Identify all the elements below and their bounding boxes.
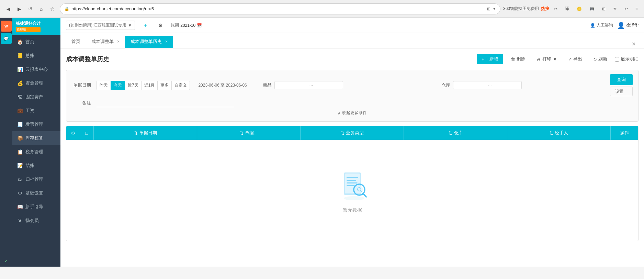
nav-item-guide[interactable]: 📖 新手引导 [12, 200, 60, 214]
translate-btn[interactable]: 译 [562, 4, 572, 13]
nav-icon-funds: 💰 [17, 80, 23, 86]
nav-item-settings[interactable]: ⚙ 基础设置 [12, 186, 60, 200]
tab-home[interactable]: 首页 [66, 36, 86, 48]
tab-cost-adjust[interactable]: 成本调整单 × [86, 36, 125, 48]
support-icon: 👤 [590, 23, 595, 28]
back-button[interactable]: ◀ [3, 4, 13, 14]
star-button[interactable]: ☆ [47, 4, 57, 14]
date-btn-custom[interactable]: 自定义 [171, 81, 190, 90]
query-btn[interactable]: 查询 [610, 74, 633, 85]
collapse-btn[interactable]: ∧ 收起更多条件 [72, 110, 633, 116]
logo-badge: 旗舰版 [16, 27, 41, 32]
home-button[interactable]: ⌂ [36, 4, 46, 14]
date-btn-today-label: 今天 [114, 83, 122, 88]
menu-btn[interactable]: ≡ [633, 5, 641, 13]
nav-label-settings: 基础设置 [25, 190, 43, 196]
warehouse-dots[interactable]: ··· [488, 83, 519, 88]
delete-btn[interactable]: 🗑 删除 [507, 54, 529, 64]
undo-btn[interactable]: ↩ [622, 5, 631, 13]
company-dropdown-icon: ▼ [128, 23, 132, 28]
nav-item-archive[interactable]: 🗂 归档管理 [12, 172, 60, 186]
svg-point-8 [355, 186, 363, 193]
goods-selector[interactable]: ··· [274, 81, 343, 89]
nav-item-invoice[interactable]: 🧾 发票管理 [12, 118, 60, 131]
delete-label: 删除 [517, 56, 526, 62]
nav-icon-member: V [17, 218, 23, 223]
refresh-label: 刷新 [598, 56, 607, 62]
user-avatar-icon: 👤 [617, 22, 625, 29]
date-btn-more[interactable]: 更多 [157, 81, 171, 90]
svg-rect-4 [347, 180, 356, 181]
nav-item-member[interactable]: V 畅会员 [12, 214, 60, 227]
company-name: (勿删勿禁用) 江西服宝测试专用 [69, 22, 126, 28]
nav-item-funds[interactable]: 💰 资金管理 [12, 76, 60, 90]
nav-item-home[interactable]: 🏠 首页 [12, 35, 60, 49]
content-tabs: 首页 成本调整单 × 成本调整单历史 × ✕ [60, 33, 644, 48]
empty-state: 暂无数据 [66, 140, 638, 241]
th-biz-type[interactable]: ⇅ 业务类型 [301, 126, 404, 140]
goods-dots[interactable]: ··· [309, 83, 340, 88]
display-detail-input[interactable] [615, 57, 619, 62]
address-bar[interactable]: 🔒 https://cloud.chanjet.com/accounting/u… [60, 3, 500, 14]
icon-sidebar-chat[interactable]: 💬 [1, 33, 12, 44]
display-detail-checkbox[interactable]: 显示明细 [615, 56, 639, 62]
th-operations: 操作 [611, 126, 638, 140]
company-settings-btn[interactable]: ⚙ [156, 21, 165, 30]
th-settings[interactable]: ⚙ [66, 126, 80, 140]
th-checkbox[interactable]: □ [80, 126, 94, 140]
th-handler[interactable]: ⇅ 经手人 [507, 126, 611, 140]
date-btn-week[interactable]: 近7天 [125, 81, 141, 90]
th-warehouse[interactable]: ⇅ 仓库 [404, 126, 507, 140]
filter-row-date: 单据日期 昨天 今天 近7天 近1月 [72, 74, 633, 96]
sun-btn[interactable]: ☀ [610, 5, 620, 13]
nav-label-archive: 归档管理 [25, 176, 43, 182]
date-btn-yesterday[interactable]: 昨天 [97, 81, 111, 90]
calendar-icon[interactable]: 📅 [197, 23, 202, 28]
support-btn[interactable]: 👤 人工咨询 [590, 22, 613, 28]
icon-sidebar-weibo[interactable]: W [1, 21, 12, 32]
tab-cost-adjust-history[interactable]: 成本调整单历史 × [125, 36, 173, 48]
filter-settings-label: 设置 [615, 89, 623, 94]
add-company-btn[interactable]: + [140, 21, 150, 30]
nav-item-inventory[interactable]: 📦 库存核算 [12, 131, 60, 145]
export-btn[interactable]: ↗ 导出 [565, 54, 586, 64]
coin-btn[interactable]: 🪙 [574, 5, 585, 13]
page-title: 成本调整单历史 [66, 55, 477, 63]
window-close-btn[interactable]: ✕ [629, 40, 639, 48]
th-date[interactable]: ⇅ 单据日期 [94, 126, 197, 140]
svg-line-9 [363, 193, 366, 197]
forward-button[interactable]: ▶ [14, 4, 24, 14]
new-btn[interactable]: + + 新增 [477, 54, 503, 64]
remark-input[interactable] [97, 99, 234, 107]
filter-settings-btn[interactable]: 设置 [610, 87, 633, 96]
nav-label-guide: 新手引导 [25, 204, 43, 210]
th-number[interactable]: ⇅ 单据... [197, 126, 301, 140]
date-btn-month[interactable]: 近1月 [141, 81, 158, 90]
nav-item-close[interactable]: 📝 结账 [12, 159, 60, 172]
tab-cost-adjust-close[interactable]: × [117, 39, 120, 44]
warehouse-selector[interactable]: ··· [453, 81, 522, 89]
company-selector[interactable]: (勿删勿禁用) 江西服宝测试专用 ▼ [66, 21, 135, 30]
icon-sidebar-bottom[interactable]: ✓ [1, 256, 12, 267]
nav-label-funds: 资金管理 [25, 80, 43, 86]
user-info[interactable]: 👤 徐泽华 [617, 22, 639, 29]
nav-item-reports[interactable]: 📊 云报表中心 [12, 63, 60, 76]
nav-item-ledger[interactable]: 📒 总账 [12, 49, 60, 63]
nav-item-tax[interactable]: 📋 税务管理 [12, 145, 60, 159]
date-btn-today[interactable]: 今天 [111, 81, 125, 90]
refresh-btn[interactable]: ↻ 刷新 [590, 54, 611, 64]
grid-btn[interactable]: ⊞ [599, 5, 608, 13]
print-btn[interactable]: 🖨 打印 ▼ [533, 54, 561, 64]
refresh-button[interactable]: ↺ [25, 4, 35, 14]
nav-icon-inventory: 📦 [17, 135, 23, 141]
nav-item-salary[interactable]: 💼 工资 [12, 104, 60, 118]
nav-icon-home: 🏠 [17, 39, 23, 45]
nav-item-fixed-assets[interactable]: 🏗 固定资产 [12, 90, 60, 104]
th-number-label: 单据... [245, 130, 258, 136]
tab-cost-adjust-history-close[interactable]: × [165, 39, 168, 44]
nav-icon-fixed-assets: 🏗 [17, 94, 23, 100]
app-logo[interactable]: 畅捷通好会计 旗舰版 [12, 18, 60, 35]
nav-label-member: 畅会员 [25, 217, 39, 224]
game-btn[interactable]: 🎮 [587, 5, 597, 13]
scissor-btn[interactable]: ✂ [551, 5, 560, 13]
